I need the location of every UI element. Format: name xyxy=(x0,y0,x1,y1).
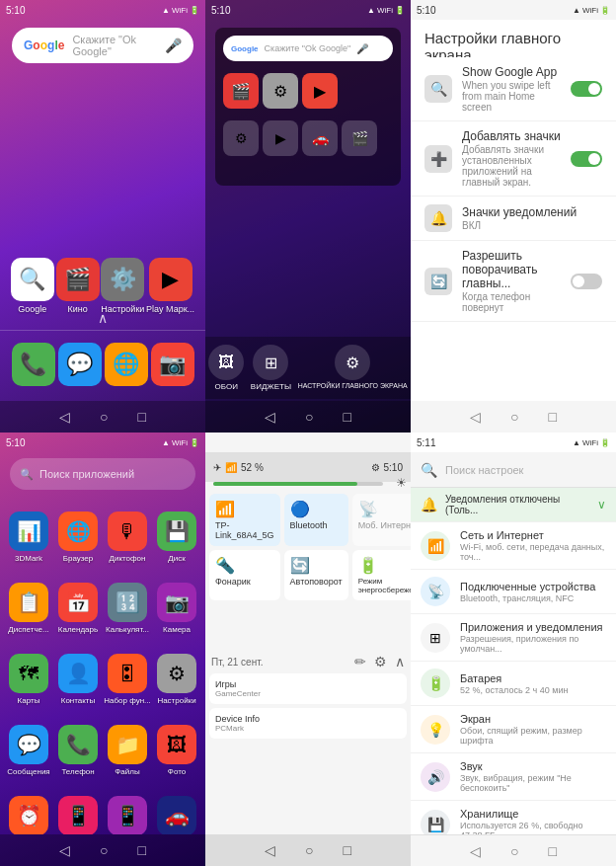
status-time-p1: 5:10 xyxy=(6,5,25,16)
menu-widgets[interactable]: ⊞ ВИДЖЕТЫ xyxy=(251,345,291,391)
settings-item-connected[interactable]: 📡 Подключенные устройства Bluetooth, тра… xyxy=(411,570,616,614)
settings-search-bar[interactable]: 🔍 Поиск настроек xyxy=(411,452,616,488)
app-drawer-chevron[interactable]: ∧ xyxy=(98,310,108,326)
drawer-app-mic[interactable]: 🎙 Диктофон xyxy=(103,502,152,573)
nav-back-p4[interactable]: ◁ xyxy=(59,842,70,858)
nav-recent-p5[interactable]: □ xyxy=(344,842,351,858)
tile-autorotate[interactable]: 🔄 Автоповорот xyxy=(284,550,348,600)
drawer-app-phone[interactable]: 📞 Телефон xyxy=(53,715,103,786)
nav-home-p4[interactable]: ○ xyxy=(100,842,108,858)
mini-mic-icon: 🎤 xyxy=(356,43,368,54)
drawer-app-camera[interactable]: 📷 Камера xyxy=(152,573,201,644)
settings-item-storage[interactable]: 💾 Хранилище Используется 26 %, свободно … xyxy=(411,801,616,834)
drawer-app-antu1[interactable]: 📱 AnTuTu 3D... xyxy=(53,786,103,834)
settings-item-apps[interactable]: ⊞ Приложения и уведомления Разрешения, п… xyxy=(411,614,616,662)
wifi-icon-p4: WiFi xyxy=(172,438,188,447)
drawer-app-dispatch[interactable]: 📋 Диспетче... xyxy=(4,573,53,644)
drawer-app-maps[interactable]: 🗺 Карты xyxy=(4,644,53,715)
notif-settings-icon[interactable]: ⚙ xyxy=(374,654,387,669)
setting-title-rotate: Разрешить поворачивать главны... xyxy=(462,249,561,290)
nav-recent-p4[interactable]: □ xyxy=(138,842,146,858)
nav-home-p2[interactable]: ○ xyxy=(305,409,313,425)
app-google[interactable]: 🔍 Google xyxy=(11,258,54,314)
drawer-label-calc: Калькулят... xyxy=(106,625,149,634)
drawer-label-contacts: Контакты xyxy=(61,696,96,705)
nav-home-p3[interactable]: ○ xyxy=(510,409,518,425)
dock-chrome[interactable]: 🌐 xyxy=(105,343,148,386)
google-search-bar[interactable]: Google Скажите "Ok Google" 🎤 xyxy=(12,28,193,63)
drawer-app-antu2[interactable]: 📱 AnTuTu Be... xyxy=(103,786,152,834)
tile-mobile[interactable]: 📡 Моб. Интернет xyxy=(352,494,411,546)
nav-home-p6[interactable]: ○ xyxy=(510,843,518,859)
toggle-add-icons[interactable] xyxy=(571,151,602,167)
settings-item-battery[interactable]: 🔋 Батарея 52 %, осталось 2 ч 40 мин xyxy=(411,662,616,706)
sound-title: Звук xyxy=(460,760,606,772)
settings-item-sound[interactable]: 🔊 Звук Звук, вибрация, режим "Не беспоко… xyxy=(411,753,616,801)
search-hint: Скажите "Ok Google" xyxy=(72,34,157,57)
toggle-rotate[interactable] xyxy=(571,274,602,289)
nav-back-p2[interactable]: ◁ xyxy=(265,409,275,425)
app-search-bar[interactable]: 🔍 Поиск приложений xyxy=(10,458,195,490)
tile-powersave[interactable]: 🔋 Режим энергосбережения xyxy=(352,550,411,600)
notif-date-text: Пт, 21 сент. xyxy=(211,657,263,668)
drawer-app-contacts[interactable]: 👤 Контакты xyxy=(53,644,103,715)
settings-item-display[interactable]: 💡 Экран Обои, спящий режим, размер шрифт… xyxy=(411,706,616,753)
brightness-bar[interactable] xyxy=(213,482,383,486)
tile-bluetooth[interactable]: 🔵 Bluetooth xyxy=(284,494,348,546)
wifi-icon-p3: WiFi xyxy=(582,6,598,15)
nav-recent-p2[interactable]: □ xyxy=(344,409,351,425)
drawer-app-calendar[interactable]: 📅 Календарь xyxy=(53,573,103,644)
network-text: Сеть и Интернет Wi-Fi, моб. сети, переда… xyxy=(460,529,606,562)
qs-wifi-icon: 📶 xyxy=(225,462,237,473)
drawer-icon-funcs: 🎛 xyxy=(108,654,147,693)
nav-recent-p1[interactable]: □ xyxy=(138,409,146,425)
drawer-app-asphalt[interactable]: 🚗 Asphalt 8 xyxy=(152,786,201,834)
status-bar-p3: 5:10 ▲ WiFi 🔋 xyxy=(411,0,616,20)
tile-wifi[interactable]: 📶 TP-Link_68A4_5G xyxy=(209,494,280,546)
signal-icon-p4: ▲ xyxy=(162,438,170,447)
dock-camera[interactable]: 📷 xyxy=(151,343,194,386)
drawer-app-3dmark[interactable]: 📊 3DMark xyxy=(4,502,53,573)
drawer-app-files[interactable]: 📁 Файлы xyxy=(103,715,152,786)
notif-expand-icon[interactable]: ∧ xyxy=(395,654,405,669)
nav-recent-p3[interactable]: □ xyxy=(549,409,557,425)
drawer-app-photos[interactable]: 🖼 Фото xyxy=(152,715,201,786)
app-kino[interactable]: 🎬 Кино xyxy=(56,258,100,314)
drawer-app-browser[interactable]: 🌐 Браузер xyxy=(53,502,103,573)
settings-item-network[interactable]: 📶 Сеть и Интернет Wi-Fi, моб. сети, пере… xyxy=(411,522,616,570)
notif-dropdown-item[interactable]: 🔔 Уведомления отключены (Толь... ∨ xyxy=(411,488,616,522)
notif-card-1[interactable]: Игры GameCenter xyxy=(209,673,407,704)
tile-flash-icon: 🔦 xyxy=(215,556,235,575)
mini-icon-1: ⚙ xyxy=(223,120,259,156)
drawer-app-funcs[interactable]: 🎛 Набор фун... xyxy=(103,644,152,715)
drawer-app-disk[interactable]: 💾 Диск xyxy=(152,502,201,573)
mic-icon[interactable]: 🎤 xyxy=(165,38,182,53)
setting-icon-rotate: 🔄 xyxy=(424,268,452,295)
drawer-app-sms[interactable]: 💬 Сообщения xyxy=(4,715,53,786)
nav-home-p5[interactable]: ○ xyxy=(305,842,313,858)
menu-wallpaper[interactable]: 🖼 ОБОИ xyxy=(208,345,244,391)
dock-phone[interactable]: 📞 xyxy=(12,343,55,386)
app-play[interactable]: ▶ Play Марк... xyxy=(146,258,194,314)
nav-recent-p6[interactable]: □ xyxy=(549,843,557,859)
app-settings[interactable]: ⚙️ Настройки xyxy=(101,258,144,314)
drawer-app-clock[interactable]: ⏰ Часы xyxy=(4,786,53,834)
dock-messages[interactable]: 💬 xyxy=(58,343,102,386)
notif-edit-icon[interactable]: ✏ xyxy=(354,654,366,669)
dock-bar: 📞 💬 🌐 📷 xyxy=(0,330,205,397)
drawer-app-settings[interactable]: ⚙ Настройки xyxy=(152,644,201,715)
panel-home-screen: 5:10 ▲ WiFi 🔋 Google Скажите "Ok Google"… xyxy=(0,0,205,433)
toggle-knob-add xyxy=(588,153,600,165)
nav-back-p5[interactable]: ◁ xyxy=(265,842,275,858)
menu-home-settings[interactable]: ⚙ НАСТРОЙКИ ГЛАВНОГО ЭКРАНА xyxy=(298,345,408,391)
notif-date-bar: Пт, 21 сент. ✏ ⚙ ∧ xyxy=(209,650,407,673)
nav-back-p3[interactable]: ◁ xyxy=(470,409,481,425)
notif-card-2[interactable]: Device Info PCMark xyxy=(209,708,407,739)
tile-flashlight[interactable]: 🔦 Фонарик xyxy=(209,550,280,600)
nav-back-p6[interactable]: ◁ xyxy=(470,843,481,859)
nav-home-p1[interactable]: ○ xyxy=(100,409,108,425)
drawer-app-calc[interactable]: 🔢 Калькулят... xyxy=(103,573,152,644)
nav-back-p1[interactable]: ◁ xyxy=(59,409,70,425)
connected-title: Подключенные устройства xyxy=(460,581,606,592)
toggle-show-google[interactable] xyxy=(571,81,602,97)
